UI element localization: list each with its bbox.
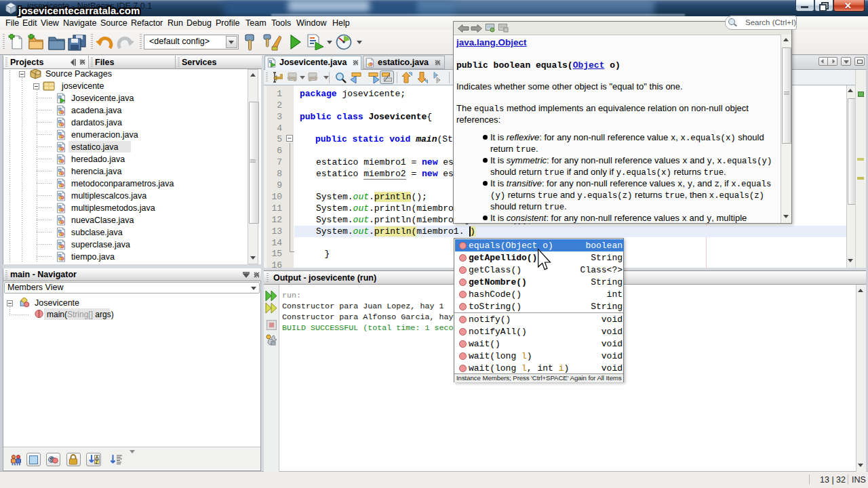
svg-text:Z: Z (96, 460, 98, 464)
svg-text:A: A (96, 455, 99, 460)
